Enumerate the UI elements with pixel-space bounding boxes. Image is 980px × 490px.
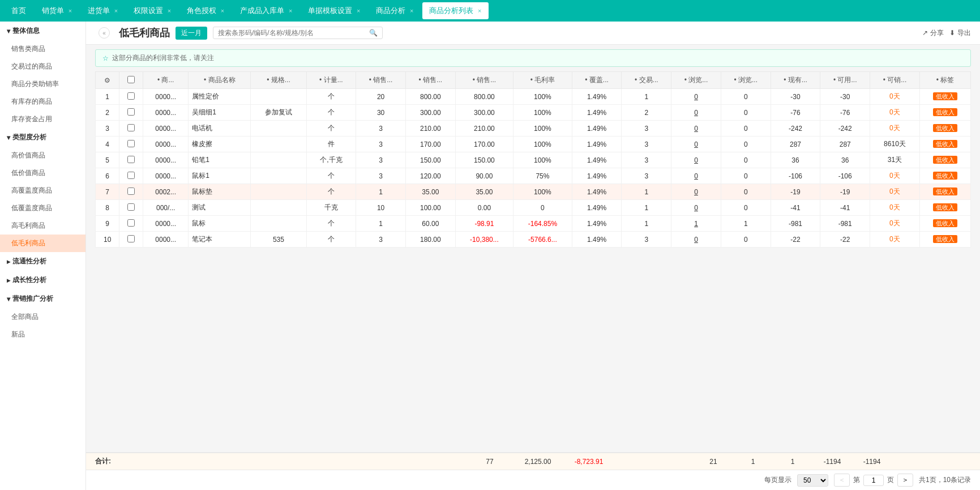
nav-product-analysis-list[interactable]: 商品分析列表 ×: [422, 2, 488, 19]
nav-purchase[interactable]: 进货单 ×: [81, 2, 125, 19]
nav-product-analysis[interactable]: 商品分析 ×: [369, 2, 420, 19]
row-checkbox[interactable]: [127, 172, 135, 179]
col-trade-count[interactable]: • 交易...: [622, 72, 671, 89]
collapse-sidebar-button[interactable]: «: [99, 27, 110, 39]
col-checkbox[interactable]: [119, 72, 143, 89]
cell-checkbox[interactable]: [119, 216, 143, 232]
cell-name: 属性定价: [189, 89, 251, 105]
sidebar-item-low-value[interactable]: 低价值商品: [0, 164, 85, 182]
col-name[interactable]: • 商品名称: [189, 72, 251, 89]
per-page-select[interactable]: 50 100: [797, 474, 828, 487]
cell-views2: 0: [721, 89, 771, 105]
cell-checkbox[interactable]: [119, 89, 143, 105]
row-checkbox[interactable]: [127, 219, 135, 227]
cell-views1[interactable]: 0: [671, 137, 721, 152]
sidebar-item-high-margin[interactable]: 高毛利商品: [0, 217, 85, 235]
export-button[interactable]: ⬇ 导出: [949, 28, 971, 38]
nav-products-entry[interactable]: 产成品入库单 ×: [233, 2, 299, 19]
col-code[interactable]: • 商...: [143, 72, 189, 89]
row-checkbox[interactable]: [127, 235, 135, 242]
cell-views1[interactable]: 0: [671, 168, 721, 184]
select-all-checkbox[interactable]: [127, 76, 135, 83]
close-icon[interactable]: ×: [221, 7, 224, 14]
cell-sellable-days: 0天: [870, 184, 920, 200]
nav-roles[interactable]: 角色授权 ×: [180, 2, 231, 19]
col-views2[interactable]: • 浏览...: [721, 72, 771, 89]
cell-views1[interactable]: 0: [671, 200, 721, 216]
sidebar-group-growth[interactable]: ▸ 成长性分析: [0, 271, 85, 289]
cell-checkbox[interactable]: [119, 200, 143, 216]
col-tag[interactable]: • 标签: [919, 72, 970, 89]
next-page-button[interactable]: ＞: [897, 474, 913, 487]
nav-template[interactable]: 单据模板设置 ×: [301, 2, 367, 19]
sidebar-item-sales-products[interactable]: 销售类商品: [0, 40, 85, 58]
cell-checkbox[interactable]: [119, 121, 143, 137]
close-icon[interactable]: ×: [357, 7, 360, 14]
nav-sales[interactable]: 销货单 ×: [35, 2, 79, 19]
cell-checkbox[interactable]: [119, 137, 143, 152]
col-current-stock[interactable]: • 现有...: [771, 72, 820, 89]
sidebar-item-low-coverage[interactable]: 低覆盖度商品: [0, 199, 85, 217]
row-checkbox[interactable]: [127, 156, 135, 163]
cell-views1[interactable]: 0: [671, 232, 721, 248]
col-sales-amount[interactable]: • 销售...: [405, 72, 455, 89]
col-gross-margin[interactable]: • 毛利率: [513, 72, 572, 89]
cell-checkbox[interactable]: [119, 168, 143, 184]
col-views1[interactable]: • 浏览...: [671, 72, 721, 89]
col-settings[interactable]: ⚙: [96, 72, 119, 89]
col-sellable-days[interactable]: • 可销...: [870, 72, 920, 89]
col-unit[interactable]: • 计量...: [306, 72, 356, 89]
row-checkbox[interactable]: [127, 124, 135, 131]
sidebar-item-low-margin[interactable]: 低毛利商品: [0, 235, 85, 252]
cell-views1[interactable]: 1: [671, 216, 721, 232]
sidebar-item-new-products[interactable]: 新品: [0, 326, 85, 343]
close-icon[interactable]: ×: [478, 7, 481, 14]
close-icon[interactable]: ×: [410, 7, 413, 14]
cell-checkbox[interactable]: [119, 105, 143, 121]
sidebar-item-inventory-capital[interactable]: 库存资金占用: [0, 110, 85, 128]
sidebar-group-overall[interactable]: ▾ 整体信息: [0, 22, 85, 40]
cell-views1[interactable]: 0: [671, 184, 721, 200]
cell-checkbox[interactable]: [119, 232, 143, 248]
col-spec[interactable]: • 规格...: [251, 72, 306, 89]
row-checkbox[interactable]: [127, 108, 135, 116]
prev-page-button[interactable]: ＜: [834, 474, 850, 487]
cell-checkbox[interactable]: [119, 152, 143, 168]
sidebar-item-high-value[interactable]: 高价值商品: [0, 147, 85, 164]
sidebar-item-traded-products[interactable]: 交易过的商品: [0, 58, 85, 75]
cell-views1[interactable]: 0: [671, 121, 721, 137]
nav-home[interactable]: 首页: [5, 2, 33, 19]
col-available-stock[interactable]: • 可用...: [820, 72, 870, 89]
cell-views1[interactable]: 0: [671, 89, 721, 105]
cell-views1[interactable]: 0: [671, 152, 721, 168]
cell-code: 0000...: [143, 168, 189, 184]
cell-spec: [251, 216, 306, 232]
sidebar-group-marketing[interactable]: ▾ 营销推广分析: [0, 289, 85, 308]
row-checkbox[interactable]: [127, 188, 135, 195]
cell-checkbox[interactable]: [119, 184, 143, 200]
cell-trade-count: 3: [622, 152, 671, 168]
sidebar-item-in-stock[interactable]: 有库存的商品: [0, 93, 85, 110]
cell-views1[interactable]: 0: [671, 105, 721, 121]
close-icon[interactable]: ×: [69, 7, 72, 14]
sidebar-group-type-analysis[interactable]: ▾ 类型度分析: [0, 128, 85, 147]
col-sales-qty[interactable]: • 销售...: [356, 72, 406, 89]
sidebar-group-circulation[interactable]: ▸ 流通性分析: [0, 252, 85, 271]
row-checkbox[interactable]: [127, 92, 135, 100]
sidebar-item-all-products[interactable]: 全部商品: [0, 308, 85, 326]
nav-permissions[interactable]: 权限设置 ×: [127, 2, 178, 19]
close-icon[interactable]: ×: [168, 7, 171, 14]
sidebar-item-category-rate[interactable]: 商品分类助销率: [0, 75, 85, 93]
close-icon[interactable]: ×: [289, 7, 292, 14]
cell-coverage: 1.49%: [572, 232, 622, 248]
close-icon[interactable]: ×: [114, 7, 118, 14]
row-checkbox[interactable]: [127, 203, 135, 211]
share-button[interactable]: ↗ 分享: [922, 28, 944, 38]
row-checkbox[interactable]: [127, 140, 135, 147]
col-coverage[interactable]: • 覆盖...: [572, 72, 622, 89]
search-input[interactable]: [218, 29, 369, 37]
period-button[interactable]: 近一月: [176, 27, 207, 40]
sidebar-item-high-coverage[interactable]: 高覆盖度商品: [0, 182, 85, 199]
col-sales-profit[interactable]: • 销售...: [455, 72, 513, 89]
page-number-input[interactable]: [863, 475, 884, 486]
